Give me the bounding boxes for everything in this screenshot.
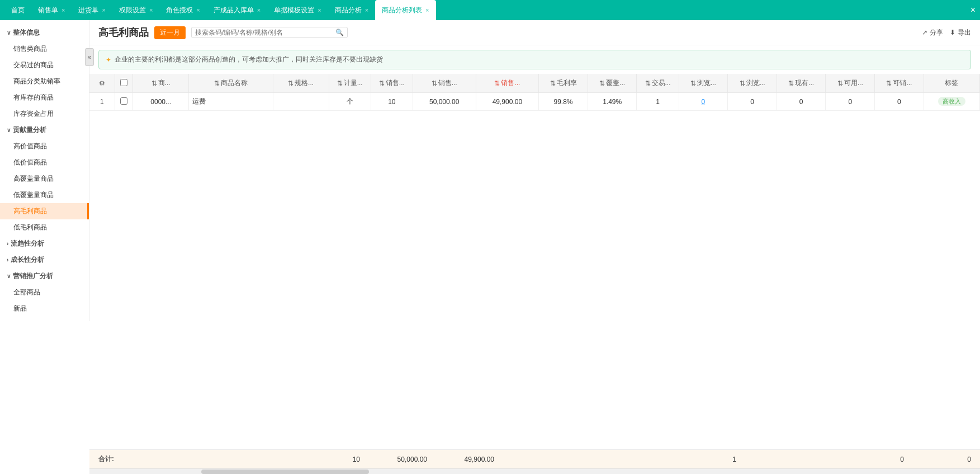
col-sellable-sort-icon: ⇅: [886, 79, 892, 87]
col-unit-sort-icon: ⇅: [337, 79, 343, 87]
product-table: ⚙ ⇅ 商... ⇅: [89, 74, 980, 111]
close-tab-sales-order[interactable]: ×: [61, 7, 65, 13]
horizontal-scrollbar[interactable]: [89, 468, 980, 474]
cell-sellable: 0: [875, 93, 924, 111]
tab-sales-order[interactable]: 销售单 ×: [31, 0, 72, 20]
close-tab-role-auth[interactable]: ×: [196, 7, 200, 13]
col-header-trade[interactable]: ⇅ 交易...: [637, 74, 679, 93]
cell-cover: 1.49%: [588, 93, 637, 111]
share-button[interactable]: ↗ 分享: [922, 28, 943, 37]
sidebar-item-low-gross-margin[interactable]: 低毛利商品: [0, 219, 89, 236]
col-header-settings[interactable]: ⚙: [89, 74, 115, 93]
col-header-tag[interactable]: 标签: [924, 74, 979, 93]
sidebar-item-high-value[interactable]: 高价值商品: [0, 138, 89, 154]
tab-product-analysis-list[interactable]: 商品分析列表 ×: [375, 0, 435, 20]
tab-product-analysis-list-label: 商品分析列表: [382, 6, 422, 15]
tab-product-inbound[interactable]: 产成品入库单 ×: [207, 0, 267, 20]
select-all-checkbox[interactable]: [120, 79, 127, 86]
settings-icon[interactable]: ⚙: [99, 79, 105, 87]
col-header-sales-amt[interactable]: ⇅ 销售...: [413, 74, 476, 93]
export-button[interactable]: ⬇ 导出: [950, 28, 971, 37]
cell-checkbox[interactable]: [115, 93, 133, 111]
search-icon[interactable]: 🔍: [335, 29, 344, 36]
info-star-icon: ✦: [106, 56, 111, 64]
sidebar-item-high-coverage[interactable]: 高覆盖量商品: [0, 171, 89, 187]
close-tab-product-analysis-list[interactable]: ×: [425, 7, 429, 13]
cell-spec: [273, 93, 329, 111]
tab-permission-settings[interactable]: 权限设置 ×: [112, 0, 159, 20]
close-tab-product-analysis[interactable]: ×: [365, 7, 368, 13]
sidebar-group-growth[interactable]: › 成长性分析: [0, 252, 89, 268]
sidebar-group-contribution-label: 贡献量分析: [13, 125, 46, 135]
top-navigation: 首页 销售单 × 进货单 × 权限设置 × 角色授权 × 产成品入库单 × 单据…: [0, 0, 980, 20]
sidebar-item-traded-goods[interactable]: 交易过的商品: [0, 57, 89, 73]
tab-purchase-order[interactable]: 进货单 ×: [72, 0, 112, 20]
cell-unit: 个: [329, 93, 371, 111]
col-header-name[interactable]: ⇅ 商品名称: [189, 74, 273, 93]
tab-product-analysis[interactable]: 商品分析 ×: [328, 0, 375, 20]
search-input[interactable]: [195, 29, 335, 36]
tab-template-settings-label: 单据模板设置: [274, 6, 314, 15]
sidebar-group-marketing[interactable]: ∨ 营销推广分析: [0, 268, 89, 284]
arrow-icon-trend: ›: [7, 241, 8, 247]
sidebar-item-in-stock-goods[interactable]: 有库存的商品: [0, 90, 89, 106]
arrow-icon-growth: ›: [7, 257, 8, 263]
col-name-sort-icon: ⇅: [214, 79, 220, 87]
col-sales-qty-sort-icon: ⇅: [379, 79, 385, 87]
tab-home[interactable]: 首页: [4, 0, 31, 20]
col-header-unit[interactable]: ⇅ 计量...: [329, 74, 371, 93]
tab-template-settings[interactable]: 单据模板设置 ×: [267, 0, 328, 20]
col-stock-sort-icon: ⇅: [788, 79, 794, 87]
filter-recent-month-button[interactable]: 近一月: [154, 26, 186, 39]
sidebar-item-category-assist-rate[interactable]: 商品分类助销率: [0, 73, 89, 90]
sidebar-group-trend[interactable]: › 流趋性分析: [0, 236, 89, 252]
col-header-browse2[interactable]: ⇅ 浏览...: [728, 74, 777, 93]
tab-home-label: 首页: [11, 6, 25, 15]
col-header-sales-qty[interactable]: ⇅ 销售...: [371, 74, 413, 93]
col-header-code[interactable]: ⇅ 商...: [133, 74, 189, 93]
close-tab-purchase-order[interactable]: ×: [102, 7, 105, 13]
sidebar-wrapper: ∨ 整体信息 销售类商品 交易过的商品 商品分类助销率 有库存的商品 库存资金占…: [0, 20, 89, 474]
sidebar-item-high-gross-margin[interactable]: 高毛利商品: [0, 203, 89, 219]
col-header-cover[interactable]: ⇅ 覆盖...: [588, 74, 637, 93]
tab-permission-settings-label: 权限设置: [119, 6, 146, 15]
col-header-spec[interactable]: ⇅ 规格...: [273, 74, 329, 93]
close-all-tabs[interactable]: ×: [970, 5, 976, 15]
close-tab-permission-settings[interactable]: ×: [149, 7, 153, 13]
export-icon: ⬇: [950, 29, 955, 36]
col-cover-sort-icon: ⇅: [599, 79, 605, 87]
col-header-sales-cost[interactable]: ⇅ 销售...: [476, 74, 539, 93]
tab-product-inbound-label: 产成品入库单: [214, 6, 254, 15]
sidebar-item-stock-capital[interactable]: 库存资金占用: [0, 106, 89, 122]
cell-sales-qty: 10: [371, 93, 413, 111]
sidebar-item-all-goods[interactable]: 全部商品: [0, 284, 89, 301]
sidebar-group-overall[interactable]: ∨ 整体信息: [0, 25, 89, 41]
tab-role-auth[interactable]: 角色授权 ×: [159, 0, 206, 20]
sidebar-group-contribution[interactable]: ∨ 贡献量分析: [0, 122, 89, 138]
col-trade-sort-icon: ⇅: [645, 79, 651, 87]
col-header-checkbox[interactable]: [115, 74, 133, 93]
sidebar-item-new-goods[interactable]: 新品: [0, 301, 89, 317]
sidebar-item-sales-goods[interactable]: 销售类商品: [0, 41, 89, 57]
main-layout: ∨ 整体信息 销售类商品 交易过的商品 商品分类助销率 有库存的商品 库存资金占…: [0, 20, 980, 474]
scrollbar-thumb[interactable]: [201, 470, 369, 474]
col-header-sellable[interactable]: ⇅ 可销...: [875, 74, 924, 93]
cell-num: 1: [89, 93, 115, 111]
cell-browse1[interactable]: 0: [679, 93, 728, 111]
col-header-browse1[interactable]: ⇅ 浏览...: [679, 74, 728, 93]
close-tab-template-settings[interactable]: ×: [318, 7, 321, 13]
footer-avail: 0: [926, 456, 971, 463]
sidebar-item-low-coverage[interactable]: 低覆盖量商品: [0, 187, 89, 203]
cell-sales-cost: 49,900.00: [476, 93, 539, 111]
cell-tag: 高收入: [924, 93, 979, 111]
info-banner: ✦ 企业的主要的利润都是这部分商品创造的，可考虑加大推广，同时关注库存是不要出现…: [98, 50, 971, 69]
tab-role-auth-label: 角色授权: [166, 6, 193, 15]
sidebar-item-low-value[interactable]: 低价值商品: [0, 154, 89, 171]
close-tab-product-inbound[interactable]: ×: [257, 7, 261, 13]
col-header-gross-rate[interactable]: ⇅ 毛利率: [539, 74, 588, 93]
sidebar-collapse-button[interactable]: «: [85, 48, 94, 66]
table-header-row: ⚙ ⇅ 商... ⇅: [89, 74, 980, 93]
cell-gross-rate: 99.8%: [539, 93, 588, 111]
col-header-stock[interactable]: ⇅ 现有...: [777, 74, 826, 93]
col-header-avail[interactable]: ⇅ 可用...: [826, 74, 875, 93]
